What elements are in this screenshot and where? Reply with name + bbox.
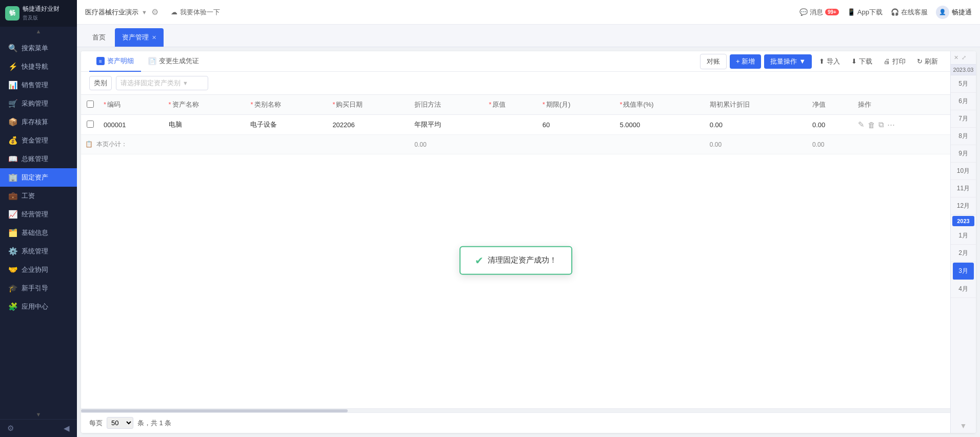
online-support-button[interactable]: 🎧 在线客服	[891, 8, 928, 17]
month-3[interactable]: 3月	[953, 263, 974, 280]
experience-text: 我要体验一下	[180, 8, 220, 17]
sidebar-item-sales[interactable]: 📊 销售管理	[0, 76, 77, 94]
app-download-button[interactable]: 📱 App下载	[847, 8, 883, 17]
subtotal-empty4	[538, 135, 616, 154]
sidebar-item-purchase[interactable]: 🛒 采购管理	[0, 94, 77, 113]
panel-expand-icon[interactable]: ⤢	[962, 54, 966, 61]
sidebar-item-finance[interactable]: 💰 资金管理	[0, 131, 77, 150]
pagination: 每页 50 10 20 100 条，共 1 条	[81, 412, 950, 433]
scrollbar-thumb	[81, 409, 348, 412]
month-8[interactable]: 8月	[951, 128, 976, 145]
download-button[interactable]: ⬇ 下载	[847, 54, 876, 69]
message-icon: 💬	[799, 8, 808, 16]
company-selector[interactable]: 医疗器械行业演示 ▼	[85, 8, 147, 17]
sidebar-item-apps[interactable]: 🧩 应用中心	[0, 297, 77, 316]
sidebar-item-guide[interactable]: 🎓 新手引导	[0, 279, 77, 297]
topbar: 医疗器械行业演示 ▼ ⚙ ☁ 我要体验一下 💬 消息 99+ 📱 App下载 🎧…	[77, 0, 980, 25]
sidebar-item-label-apps: 应用中心	[22, 302, 48, 311]
month-11[interactable]: 11月	[951, 180, 976, 197]
content-area: ≡ 资产明细 📄 变更生成凭证 对账 + 新增 批量操作 ▼ ⬆	[81, 51, 976, 433]
row-select-checkbox[interactable]	[87, 121, 94, 128]
sidebar-item-basic[interactable]: 🗂️ 基础信息	[0, 224, 77, 242]
per-page-select[interactable]: 50 10 20 100	[107, 417, 133, 429]
table-scrollbar[interactable]	[81, 408, 950, 412]
finance-icon: 💰	[8, 136, 17, 145]
import-button[interactable]: ⬆ 导入	[815, 54, 844, 69]
subtab-asset-detail[interactable]: ≡ 资产明细	[89, 51, 141, 72]
payroll-icon: 💼	[8, 191, 17, 201]
sidebar-item-ledger[interactable]: 📖 总账管理	[0, 150, 77, 168]
cell-residual-rate: 5.0000	[615, 115, 705, 135]
sidebar-item-label-ops: 经营管理	[22, 210, 48, 219]
month-4[interactable]: 4月	[951, 281, 976, 298]
tab-close-icon[interactable]: ✕	[152, 34, 156, 41]
sidebar-item-ops[interactable]: 📈 经营管理	[0, 205, 77, 224]
month-12[interactable]: 12月	[951, 197, 976, 215]
header-residual-rate: *残值率(%)	[615, 95, 705, 115]
sidebar-item-system[interactable]: ⚙️ 系统管理	[0, 242, 77, 261]
ops-icon: 📈	[8, 210, 17, 219]
ledger-icon: 📖	[8, 154, 17, 164]
more-action-button[interactable]: ⋯	[887, 120, 895, 129]
messages-badge: 99+	[825, 9, 839, 15]
month-2[interactable]: 2月	[951, 245, 976, 262]
coop-icon: 🤝	[8, 265, 17, 274]
month-6[interactable]: 6月	[951, 93, 976, 110]
category-filter-dropdown[interactable]: 请选择固定资产类别 ▼	[116, 76, 208, 90]
month-7[interactable]: 7月	[951, 110, 976, 128]
month-1[interactable]: 1月	[951, 227, 976, 245]
reconcile-button[interactable]: 对账	[700, 54, 727, 69]
messages-button[interactable]: 💬 消息 99+	[799, 8, 839, 17]
topbar-left: 医疗器械行业演示 ▼ ⚙ ☁ 我要体验一下	[85, 7, 799, 17]
messages-label: 消息	[810, 8, 823, 17]
guide-icon: 🎓	[8, 284, 17, 293]
topbar-settings-icon[interactable]: ⚙	[151, 7, 158, 17]
month-10[interactable]: 10月	[951, 163, 976, 180]
experience-button[interactable]: ☁ 我要体验一下	[171, 8, 220, 17]
year-label: 2023.03	[951, 65, 976, 75]
month-5[interactable]: 5月	[951, 75, 976, 93]
subtab-change-voucher[interactable]: 📄 变更生成凭证	[141, 51, 206, 72]
settings-icon[interactable]: ⚙	[7, 424, 14, 433]
add-button[interactable]: + 新增	[730, 54, 761, 69]
avatar: 👤	[936, 6, 949, 19]
sidebar-item-fixed-assets[interactable]: 🏢 固定资产	[0, 168, 77, 187]
sidebar-item-payroll[interactable]: 💼 工资	[0, 187, 77, 205]
sidebar-item-search[interactable]: 🔍 搜索菜单	[0, 39, 77, 57]
month-9[interactable]: 9月	[951, 145, 976, 163]
tab-asset-mgmt-label: 资产管理	[122, 33, 149, 42]
edit-action-button[interactable]: ✎	[858, 120, 865, 129]
subtabs: ≡ 资产明细 📄 变更生成凭证 对账 + 新增 批量操作 ▼ ⬆	[81, 51, 950, 72]
select-all-checkbox[interactable]	[87, 101, 94, 108]
subtotal-actions	[854, 135, 950, 154]
month-scroll-down-icon[interactable]: ▼	[951, 419, 976, 433]
header-initial-accumulated-depreciation: 期初累计折旧	[706, 95, 808, 115]
user-menu[interactable]: 👤 畅捷通	[936, 6, 972, 19]
sidebar-item-inventory[interactable]: 📦 库存核算	[0, 113, 77, 131]
delete-action-button[interactable]: 🗑	[868, 121, 875, 129]
search-icon: 🔍	[8, 44, 17, 53]
import-icon: ⬆	[819, 57, 825, 65]
table-container: *编码 *资产名称 *类别名称 *购买日期 折旧方法 *原值 *期限(月) *残…	[81, 95, 950, 408]
batch-button[interactable]: 批量操作 ▼	[764, 54, 812, 69]
collapse-icon[interactable]: ◀	[64, 424, 70, 433]
success-toast: ✔ 清理固定资产成功！	[459, 246, 572, 274]
print-button[interactable]: 🖨 打印	[879, 54, 910, 69]
tab-asset-mgmt[interactable]: 资产管理 ✕	[115, 28, 164, 47]
content-main: ≡ 资产明细 📄 变更生成凭证 对账 + 新增 批量操作 ▼ ⬆	[81, 51, 950, 433]
header-original-value: *原值	[485, 95, 538, 115]
refresh-button[interactable]: ↻ 刷新	[913, 54, 942, 69]
cell-net-value: 0.00	[808, 115, 854, 135]
table-row: 000001 电脑 电子设备 202206 年限平均 60 5.0000 0.0…	[81, 115, 950, 135]
filter-dropdown-arrow: ▼	[183, 80, 188, 86]
header-actions: 操作	[854, 95, 950, 115]
tab-home[interactable]: 首页	[85, 28, 113, 47]
category-filter-label: 类别	[89, 76, 112, 90]
print-icon: 🖨	[884, 57, 890, 65]
sidebar-item-coop[interactable]: 🤝 企业协同	[0, 261, 77, 279]
sidebar-scroll-down[interactable]: ▼	[0, 410, 77, 419]
panel-close-icon[interactable]: ✕	[954, 54, 958, 61]
copy-action-button[interactable]: ⧉	[878, 120, 884, 129]
sidebar-scroll-up[interactable]: ▲	[0, 27, 77, 36]
sidebar-item-quicknav[interactable]: ⚡ 快捷导航	[0, 57, 77, 76]
